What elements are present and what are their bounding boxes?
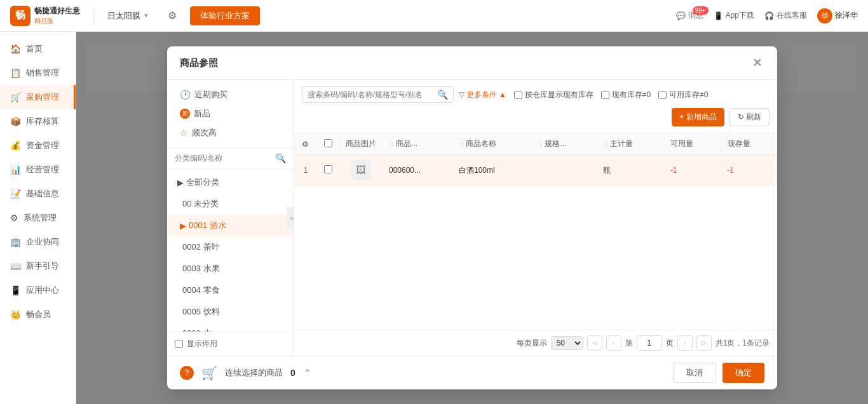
row-checkbox-cell — [317, 155, 339, 186]
purchase-icon: 🛒 — [10, 92, 21, 102]
sidebar-item-enterprise[interactable]: 🏢 企业协同 — [0, 230, 76, 254]
phone-icon: 📱 — [714, 11, 723, 20]
confirm-button[interactable]: 确定 — [722, 363, 764, 383]
product-image-placeholder: 🖼 — [351, 160, 371, 180]
sort-name-icon: ↕ — [460, 140, 463, 147]
collapse-panel-button[interactable]: « — [287, 206, 294, 229]
filter-available-ne-checkbox[interactable] — [658, 91, 667, 99]
sort-spec-icon: ↕ — [539, 140, 543, 147]
filter-stock-ne-checkbox[interactable] — [601, 91, 609, 99]
sidebar-item-system[interactable]: ⚙ 系统管理 — [0, 206, 76, 230]
more-filters-button[interactable]: ▽ 更多条件 ▲ — [459, 90, 506, 100]
row-code: 000600... — [383, 155, 452, 186]
home-icon: 🏠 — [10, 44, 21, 54]
table-row[interactable]: 1 🖼 — [294, 155, 777, 186]
row-num: 1 — [294, 155, 317, 186]
collapse-footer-button[interactable]: ⌃ — [303, 367, 311, 379]
product-search-icon[interactable]: 🔍 — [437, 90, 448, 100]
sort-up-icon: ↕ — [391, 140, 394, 147]
sidebar-item-operations[interactable]: 📊 经营管理 — [0, 158, 76, 182]
experience-btn[interactable]: 体验行业方案 — [190, 6, 260, 25]
cancel-button[interactable]: 取消 — [673, 363, 716, 383]
filter-available-ne-label[interactable]: 可用库存≠0 — [658, 90, 708, 100]
th-checkbox — [317, 133, 339, 155]
category-item-0004[interactable]: 0004 零食 — [167, 279, 294, 301]
category-item-00[interactable]: 00 未分类 — [167, 193, 294, 215]
filter-warehouse-checkbox[interactable] — [514, 91, 522, 99]
page-first-button[interactable]: ⊲ — [587, 335, 602, 351]
category-list: ▶ 全部分类 00 未分类 ▶ 0001 酒水 0002 茶 — [167, 169, 294, 332]
product-table-container: ⚙ 商品图片 ↕ 商品... — [294, 133, 777, 330]
filter-frequent[interactable]: ☆ 频次高 — [175, 123, 286, 142]
category-item-0001[interactable]: ▶ 0001 酒水 — [167, 215, 294, 236]
th-name[interactable]: ↕ 商品名称 — [452, 133, 532, 155]
row-available: -1 — [664, 155, 721, 186]
category-search-input[interactable] — [175, 154, 271, 163]
filter-recent[interactable]: 🕐 近期购买 — [175, 85, 286, 104]
online-service-button[interactable]: 🎧 在线客服 — [764, 10, 807, 21]
guide-icon: 📖 — [10, 261, 21, 271]
select-all-checkbox[interactable] — [324, 139, 332, 147]
page-label: 第 — [625, 338, 633, 349]
main-layout: 🏠 首页 📋 销售管理 🛒 采购管理 📦 库存核算 💰 资金管理 📊 经营管理 … — [0, 32, 868, 404]
sidebar-item-sales[interactable]: 📋 销售管理 — [0, 61, 76, 85]
app-download-button[interactable]: 📱 App下载 — [714, 10, 754, 21]
quick-filters: 🕐 近期购买 新 新品 ☆ 频次高 — [167, 80, 294, 148]
inventory-icon: 📦 — [10, 116, 21, 126]
headset-icon: 🎧 — [764, 11, 774, 20]
th-code[interactable]: ↕ 商品... — [383, 133, 452, 155]
sidebar-item-inventory[interactable]: 📦 库存核算 — [0, 109, 76, 133]
chevron-down-icon: ▼ — [143, 12, 149, 19]
content-area: 商品参照 ✕ 🕐 近期购买 新 — [76, 32, 868, 404]
th-settings[interactable]: ⚙ — [294, 133, 317, 155]
row-unit: 瓶 — [597, 155, 664, 186]
sidebar-item-finance[interactable]: 💰 资金管理 — [0, 133, 76, 158]
filter-new[interactable]: 新 新品 — [175, 104, 286, 123]
th-unit[interactable]: ↕ 主计量 — [597, 133, 664, 155]
show-disabled-checkbox[interactable] — [175, 340, 183, 348]
th-spec[interactable]: ↕ 规格... — [532, 133, 597, 155]
message-icon: 💬 — [676, 11, 686, 20]
filter-bar: 🔍 ▽ 更多条件 ▲ 按仓库显示现有库存 — [294, 80, 777, 133]
product-search-input[interactable] — [308, 90, 435, 99]
page-last-button[interactable]: ⊳ — [696, 335, 712, 351]
sidebar-item-purchase[interactable]: 🛒 采购管理 — [0, 85, 76, 109]
user-profile[interactable]: 徐 徐泽华 — [817, 8, 858, 24]
messages-button[interactable]: 💬 消息 99+ — [676, 10, 703, 21]
category-item-0008[interactable]: 0008 水 — [167, 323, 294, 332]
star-icon: ☆ — [180, 128, 188, 138]
category-item-all[interactable]: ▶ 全部分类 — [167, 172, 294, 193]
page-number-input[interactable] — [637, 335, 662, 351]
category-item-0005[interactable]: 0005 饮料 — [167, 301, 294, 323]
page-size-select[interactable]: 50 10 20 100 — [551, 336, 583, 350]
page-next-button[interactable]: › — [677, 335, 693, 351]
page-prev-button[interactable]: ‹ — [606, 335, 621, 351]
row-checkbox[interactable] — [324, 165, 332, 173]
modal-close-button[interactable]: ✕ — [749, 55, 764, 71]
sort-unit-icon: ↕ — [605, 140, 608, 147]
page-size-label: 每页显示 — [517, 338, 547, 349]
logo-text: 畅捷通好生意 精品版 — [34, 6, 80, 25]
sidebar-item-guide[interactable]: 📖 新手引导 — [0, 254, 76, 278]
product-panel: 🔍 ▽ 更多条件 ▲ 按仓库显示现有库存 — [294, 80, 777, 356]
category-item-0002[interactable]: 0002 茶叶 — [167, 236, 294, 258]
add-product-button[interactable]: + 新增商品 — [672, 108, 724, 126]
category-item-0003[interactable]: 0003 水果 — [167, 258, 294, 279]
help-button[interactable]: ? — [180, 366, 194, 380]
settings-button[interactable]: ⚙ — [162, 6, 182, 26]
sidebar-item-home[interactable]: 🏠 首页 — [0, 37, 76, 61]
refresh-button[interactable]: ↻ 刷新 — [729, 108, 770, 126]
filter-warehouse-label[interactable]: 按仓库显示现有库存 — [514, 90, 593, 100]
avatar: 徐 — [817, 8, 832, 24]
sidebar-item-member[interactable]: 👑 畅会员 — [0, 302, 76, 327]
filter-stock-ne-label[interactable]: 现有库存≠0 — [601, 90, 651, 100]
category-search-area: 🔍 — [167, 148, 294, 169]
recent-icon: 🕐 — [180, 90, 191, 100]
basic-icon: 📝 — [10, 189, 21, 199]
sidebar-item-basic[interactable]: 📝 基础信息 — [0, 182, 76, 206]
show-disabled-label[interactable]: 显示停用 — [187, 339, 217, 349]
sidebar-item-app[interactable]: 📱 应用中心 — [0, 278, 76, 302]
cart-icon[interactable]: 🛒 — [201, 365, 217, 380]
search-icon[interactable]: 🔍 — [275, 153, 286, 163]
store-selector[interactable]: 日太阳膜 ▼ — [102, 8, 154, 24]
